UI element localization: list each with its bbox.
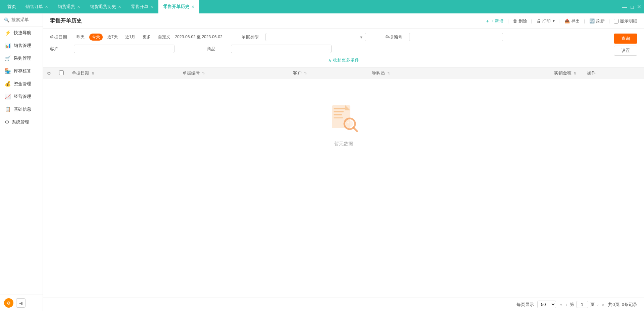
th-settings[interactable]: ⚙ bbox=[43, 67, 55, 79]
sidebar-search[interactable]: 🔍 搜索采单 bbox=[0, 13, 43, 27]
sidebar-item-sales-mgmt-label: 销售管理 bbox=[14, 43, 31, 49]
date-btn-more[interactable]: 更多 bbox=[140, 34, 153, 41]
sidebar-item-inventory[interactable]: 🏪 库存核算 bbox=[0, 65, 43, 77]
sidebar-item-system[interactable]: ⚙ 系统管理 bbox=[0, 116, 43, 128]
tab-sales-return-history-label: 销货退货历史 bbox=[90, 4, 116, 10]
sidebar-item-finance[interactable]: 💰 资金管理 bbox=[0, 77, 43, 90]
content-area: 零售开单历史 ＋ + 新增 | 🗑 删除 | 🖨 打印 ▼ | bbox=[43, 13, 644, 311]
sort-guide-icon[interactable]: ⇅ bbox=[387, 71, 390, 75]
sort-amount-icon[interactable]: ⇅ bbox=[574, 71, 576, 75]
sidebar-search-label: 搜索采单 bbox=[11, 17, 29, 23]
empty-row: 暂无数据 bbox=[43, 79, 644, 170]
tab-sales-order-close[interactable]: ✕ bbox=[45, 5, 48, 9]
tab-sales-return-close[interactable]: ✕ bbox=[77, 5, 80, 9]
query-button[interactable]: 查询 bbox=[614, 34, 637, 44]
goods-select[interactable]: ... bbox=[231, 45, 332, 53]
add-button[interactable]: ＋ + 新增 bbox=[485, 18, 503, 24]
current-page-input[interactable] bbox=[576, 301, 588, 308]
divider-3: | bbox=[559, 18, 560, 23]
purchase-mgmt-icon: 🛒 bbox=[5, 55, 11, 61]
sidebar-item-purchase-mgmt-label: 采购管理 bbox=[14, 55, 31, 61]
date-btn-custom[interactable]: 自定义 bbox=[155, 34, 173, 41]
sort-number-icon[interactable]: ⇅ bbox=[202, 71, 205, 75]
doc-type-select[interactable]: ▼ bbox=[265, 33, 366, 41]
customer-select[interactable]: ... bbox=[74, 45, 175, 53]
divider-2: | bbox=[531, 18, 532, 23]
first-page-button[interactable]: « bbox=[559, 302, 563, 308]
th-number: 单据编号 ⇅ bbox=[179, 67, 289, 79]
settings-button[interactable]: 设置 bbox=[614, 46, 637, 56]
goods-input[interactable] bbox=[231, 45, 327, 53]
sidebar-item-sales-mgmt[interactable]: 📊 销售管理 bbox=[0, 39, 43, 52]
tab-retail-open-history-close[interactable]: ✕ bbox=[191, 5, 194, 9]
inventory-icon: 🏪 bbox=[5, 68, 11, 74]
tab-sales-return[interactable]: 销货退货 ✕ bbox=[53, 0, 85, 13]
sort-date-icon[interactable]: ⇅ bbox=[92, 71, 94, 75]
th-customer: 客户 ⇅ bbox=[289, 67, 368, 79]
collapse-more-button[interactable]: ∧ 收起更多条件 bbox=[328, 57, 359, 63]
date-btn-yesterday[interactable]: 昨天 bbox=[74, 34, 87, 41]
refresh-button[interactable]: 🔄 刷新 bbox=[589, 18, 605, 24]
search-icon: 🔍 bbox=[4, 17, 9, 22]
table-settings-icon[interactable]: ⚙ bbox=[47, 71, 51, 76]
date-btn-today[interactable]: 今天 bbox=[89, 34, 103, 41]
doc-type-input[interactable] bbox=[266, 33, 359, 41]
table-header-row: ⚙ 单据日期 ⇅ 单据编号 ⇅ bbox=[43, 67, 644, 79]
th-date: 单据日期 ⇅ bbox=[68, 67, 179, 79]
delete-button[interactable]: 🗑 删除 bbox=[513, 18, 527, 24]
customer-label: 客户 bbox=[50, 46, 68, 52]
sidebar-item-operation[interactable]: 📈 经营管理 bbox=[0, 90, 43, 103]
tab-sales-return-history-close[interactable]: ✕ bbox=[118, 5, 121, 9]
pagination-bar: 每页显示 50 100 200 « ‹ 第 页 › » 共0页, 0条记录 bbox=[43, 298, 644, 311]
sidebar: 🔍 搜索采单 ⚡ 快捷导航 📊 销售管理 🛒 采购管理 🏪 库存核算 💰 资金管… bbox=[0, 13, 43, 311]
tab-sales-return-history[interactable]: 销货退货历史 ✕ bbox=[85, 0, 126, 13]
sidebar-bottom: ⚙ ◀ bbox=[0, 295, 43, 311]
tab-sales-order[interactable]: 销售订单 ✕ bbox=[21, 0, 53, 13]
print-button[interactable]: 🖨 打印 ▼ bbox=[536, 18, 555, 24]
tab-sales-order-label: 销售订单 bbox=[26, 4, 43, 10]
date-btn-7days[interactable]: 近7天 bbox=[105, 34, 120, 41]
close-button[interactable]: ✕ bbox=[637, 4, 641, 10]
customer-input[interactable] bbox=[74, 45, 169, 53]
show-detail-checkbox[interactable] bbox=[614, 19, 618, 23]
export-button[interactable]: 📤 导出 bbox=[564, 18, 580, 24]
th-checkbox[interactable] bbox=[55, 67, 68, 79]
th-guide: 导购员 ⇅ bbox=[368, 67, 462, 79]
sort-customer-icon[interactable]: ⇅ bbox=[304, 71, 307, 75]
filter-row-2: 客户 ... 商品 ... bbox=[50, 45, 607, 53]
sidebar-collapse-button[interactable]: ◀ bbox=[16, 298, 26, 308]
tab-sales-return-label: 销货退货 bbox=[58, 4, 75, 10]
minimize-button[interactable]: — bbox=[622, 4, 627, 10]
sidebar-item-quick-nav-label: 快捷导航 bbox=[14, 30, 31, 36]
tab-home[interactable]: 首页 bbox=[3, 4, 21, 10]
settings-gear-button[interactable]: ⚙ bbox=[4, 298, 13, 308]
maximize-button[interactable]: □ bbox=[631, 4, 634, 10]
doc-number-input[interactable] bbox=[409, 33, 503, 41]
show-detail-label: 显示明细 bbox=[620, 18, 637, 24]
date-range-display: 2023-06-02 至 2023-06-02 bbox=[175, 34, 222, 40]
select-all-checkbox[interactable] bbox=[59, 70, 64, 75]
data-table: ⚙ 单据日期 ⇅ 单据编号 ⇅ bbox=[43, 67, 644, 170]
refresh-icon: 🔄 bbox=[589, 18, 595, 23]
tab-retail-open[interactable]: 零售开单 ✕ bbox=[126, 0, 158, 13]
sidebar-item-quick-nav[interactable]: ⚡ 快捷导航 bbox=[0, 27, 43, 39]
next-page-button[interactable]: › bbox=[597, 302, 599, 308]
sidebar-item-purchase-mgmt[interactable]: 🛒 采购管理 bbox=[0, 52, 43, 65]
tab-retail-open-history[interactable]: 零售开单历史 ✕ bbox=[158, 0, 199, 13]
sidebar-item-basic-info[interactable]: 📋 基础信息 bbox=[0, 103, 43, 116]
sidebar-item-inventory-label: 库存核算 bbox=[14, 68, 31, 74]
per-page-select[interactable]: 50 100 200 bbox=[537, 301, 556, 308]
goods-dots-icon: ... bbox=[328, 47, 331, 51]
prev-page-button[interactable]: ‹ bbox=[565, 302, 568, 308]
sidebar-item-system-label: 系统管理 bbox=[12, 119, 29, 125]
th-action: 操作 bbox=[583, 67, 644, 79]
empty-state: 暂无数据 bbox=[47, 82, 640, 167]
svg-point-9 bbox=[347, 121, 349, 123]
svg-line-8 bbox=[353, 127, 357, 131]
date-btn-1month[interactable]: 近1月 bbox=[122, 34, 138, 41]
tab-retail-open-close[interactable]: ✕ bbox=[150, 5, 153, 9]
print-icon: 🖨 bbox=[536, 18, 541, 23]
last-page-button[interactable]: » bbox=[601, 302, 605, 308]
th-customer-label: 客户 bbox=[293, 70, 302, 75]
show-detail-toggle[interactable]: 显示明细 bbox=[614, 18, 637, 24]
